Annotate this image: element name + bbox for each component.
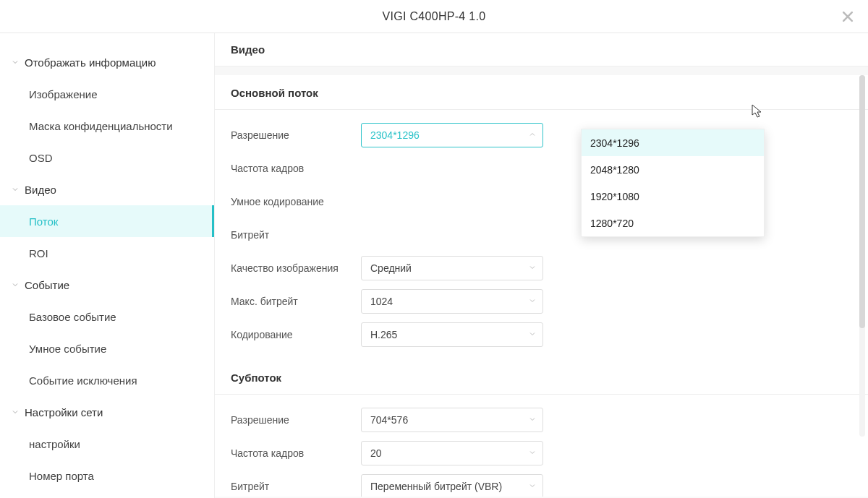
- sub-stream-rows: Разрешение704*576Частота кадров20Битрейт…: [215, 395, 868, 497]
- sidebar: Отображать информациюИзображениеМаска ко…: [0, 33, 215, 498]
- form-label: Кодирование: [231, 329, 361, 340]
- select-value: Средний: [370, 262, 412, 274]
- select-value: 704*576: [370, 414, 408, 426]
- select[interactable]: 20: [361, 441, 543, 465]
- form-row: Частота кадров: [215, 152, 868, 185]
- form-row: Макс. битрейт1024: [215, 285, 868, 318]
- form-label: Битрейт: [231, 481, 361, 492]
- form-label: Разрешение: [231, 414, 361, 426]
- chevron-down-icon: [10, 280, 20, 289]
- form-label: Макс. битрейт: [231, 296, 361, 307]
- form-row: КодированиеH.265: [215, 318, 868, 351]
- form-label: Качество изображения: [231, 262, 361, 274]
- dropdown-option[interactable]: 2304*1296: [582, 129, 764, 156]
- panel-title: Видео: [215, 33, 868, 66]
- dropdown-option[interactable]: 2048*1280: [582, 156, 764, 183]
- dropdown-option[interactable]: 1920*1080: [582, 183, 764, 210]
- form-label: Частота кадров: [231, 447, 361, 459]
- sidebar-item-label: OSD: [29, 152, 53, 164]
- form-row: БитрейтПеременный битрейт (VBR): [215, 470, 868, 497]
- scrollbar[interactable]: [859, 75, 865, 437]
- form-row: Качество изображенияСредний: [215, 252, 868, 285]
- mouse-cursor-icon: [752, 104, 763, 121]
- select-value: H.265: [370, 329, 397, 340]
- chevron-down-icon: [10, 185, 20, 194]
- select[interactable]: Переменный битрейт (VBR): [361, 474, 543, 497]
- sidebar-item[interactable]: Изображение: [0, 78, 214, 110]
- sidebar-item[interactable]: Поток: [0, 205, 214, 237]
- sidebar-item[interactable]: Проброс порта: [0, 491, 214, 498]
- sidebar-item-label: Маска конфиденциальности: [29, 120, 173, 132]
- chevron-down-icon: [10, 58, 20, 66]
- form-row: Частота кадров20: [215, 437, 868, 470]
- sidebar-item[interactable]: Событие исключения: [0, 364, 214, 396]
- sub-stream-heading: Субпоток: [215, 360, 868, 395]
- chevron-down-icon: [10, 408, 20, 416]
- select-value: 1024: [370, 296, 393, 307]
- chevron-down-icon: [528, 481, 537, 492]
- select[interactable]: 2304*1296: [361, 123, 543, 147]
- sidebar-item[interactable]: ROI: [0, 237, 214, 269]
- select-value: 2304*1296: [370, 129, 420, 141]
- resolution-dropdown[interactable]: 2304*12962048*12801920*10801280*720: [581, 129, 765, 237]
- form-row: Битрейт: [215, 218, 868, 252]
- sidebar-group[interactable]: Настройки сети: [0, 396, 214, 428]
- select-value: 20: [370, 447, 382, 459]
- main-stream-heading: Основной поток: [215, 75, 868, 110]
- sidebar-item-label: Умное событие: [29, 343, 106, 355]
- panel-scroll: Основной поток Разрешение2304*1296Частот…: [215, 66, 868, 497]
- sidebar-group[interactable]: Видео: [0, 173, 214, 205]
- chevron-down-icon: [528, 447, 537, 459]
- main-stream-rows: Разрешение2304*1296Частота кадровУмное к…: [215, 110, 868, 360]
- chevron-down-icon: [528, 296, 537, 307]
- form-row: Умное кодирование: [215, 185, 868, 218]
- chevron-down-icon: [528, 129, 537, 141]
- sidebar-item-label: Событие исключения: [29, 374, 137, 387]
- sidebar-group-label: Отображать информацию: [25, 56, 156, 69]
- select[interactable]: 1024: [361, 289, 543, 314]
- select[interactable]: 704*576: [361, 408, 543, 432]
- sidebar-item[interactable]: Умное событие: [0, 332, 214, 364]
- scrollbar-thumb[interactable]: [859, 75, 865, 328]
- content-area: Отображать информациюИзображениеМаска ко…: [0, 33, 868, 498]
- sidebar-group-label: Событие: [25, 279, 69, 291]
- sidebar-item[interactable]: Номер порта: [0, 460, 214, 491]
- sidebar-item[interactable]: настройки: [0, 428, 214, 460]
- sidebar-item[interactable]: Маска конфиденциальности: [0, 110, 214, 142]
- sidebar-item[interactable]: OSD: [0, 142, 214, 173]
- form-row: Разрешение704*576: [215, 403, 868, 437]
- sidebar-item-label: Базовое событие: [29, 311, 116, 323]
- titlebar: VIGI C400HP-4 1.0: [0, 0, 868, 33]
- sidebar-item-label: ROI: [29, 247, 48, 259]
- select[interactable]: Средний: [361, 256, 543, 280]
- sidebar-item[interactable]: Базовое событие: [0, 301, 214, 332]
- form-row: Разрешение2304*1296: [215, 119, 868, 152]
- dropdown-option[interactable]: 1280*720: [582, 210, 764, 236]
- close-icon[interactable]: [841, 9, 855, 24]
- sidebar-item-label: Изображение: [29, 88, 98, 100]
- select[interactable]: H.265: [361, 322, 543, 347]
- form-label: Умное кодирование: [231, 196, 361, 207]
- sidebar-item-label: настройки: [29, 438, 80, 450]
- sidebar-item-label: Поток: [29, 215, 58, 228]
- form-label: Битрейт: [231, 229, 361, 241]
- sidebar-group-label: Видео: [25, 184, 56, 196]
- sidebar-group[interactable]: Отображать информацию: [0, 46, 214, 78]
- chevron-down-icon: [528, 329, 537, 340]
- window-title: VIGI C400HP-4 1.0: [383, 10, 486, 23]
- form-label: Частота кадров: [231, 163, 361, 174]
- sidebar-group-label: Настройки сети: [25, 406, 103, 418]
- main-panel: Видео Основной поток Разрешение2304*1296…: [215, 33, 868, 498]
- chevron-down-icon: [528, 414, 537, 426]
- form-label: Разрешение: [231, 129, 361, 141]
- chevron-down-icon: [528, 262, 537, 274]
- select-value: Переменный битрейт (VBR): [370, 481, 502, 492]
- sidebar-group[interactable]: Событие: [0, 269, 214, 301]
- sidebar-item-label: Номер порта: [29, 470, 94, 482]
